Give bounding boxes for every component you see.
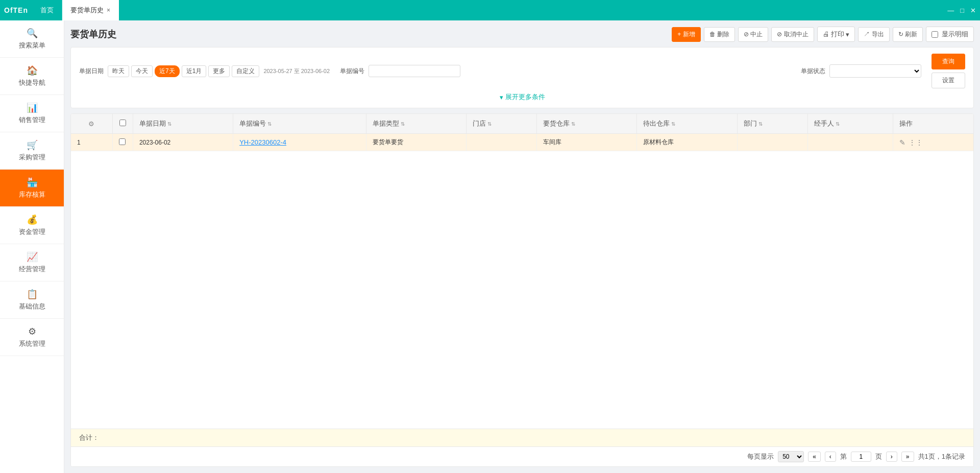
maximize-icon[interactable]: □ — [960, 7, 964, 14]
next-page-button[interactable]: › — [886, 452, 897, 462]
table-container: ⚙ 单据日期 ⇅ 单据编号 — [70, 113, 974, 467]
first-page-button[interactable]: « — [808, 452, 821, 462]
close-icon[interactable]: ✕ — [970, 7, 976, 14]
sidebar-item-finance[interactable]: 💰 资金管理 — [0, 207, 64, 244]
row-number[interactable]: YH-20230602-4 — [233, 134, 366, 151]
add-button[interactable]: + 新增 — [672, 27, 700, 42]
sort-number-icon: ⇅ — [267, 121, 272, 127]
date-btn-yesterday[interactable]: 昨天 — [108, 65, 129, 77]
main-layout: 🔍 搜索菜单 🏠 快捷导航 📊 销售管理 🛒 采购管理 🏪 库存核算 💰 资金管… — [0, 20, 980, 473]
total-info: 共1页，1条记录 — [918, 452, 965, 461]
minimize-icon[interactable]: — — [947, 7, 954, 14]
refresh-button[interactable]: ↻ 刷新 — [893, 27, 923, 42]
print-dropdown-icon[interactable]: ▾ — [846, 31, 849, 38]
sidebar-item-search-menu[interactable]: 🔍 搜索菜单 — [0, 20, 64, 58]
more-action-icon[interactable]: ⋮⋮ — [909, 138, 923, 147]
sidebar-item-sales[interactable]: 📊 销售管理 — [0, 95, 64, 132]
table-header-row: ⚙ 单据日期 ⇅ 单据编号 — [71, 114, 973, 134]
cancel-stop-button[interactable]: ⊘ 取消中止 — [771, 27, 814, 42]
th-handler[interactable]: 经手人 ⇅ — [807, 114, 893, 134]
bill-number-input[interactable] — [369, 65, 460, 77]
display-detail-label: 显示明细 — [942, 30, 968, 39]
export-button[interactable]: ↗ 导出 — [858, 27, 889, 42]
date-buttons: 昨天 今天 近7天 近1月 更多 自定义 — [108, 65, 259, 77]
th-date-label: 单据日期 — [139, 119, 166, 128]
sidebar-item-basic-info[interactable]: 📋 基础信息 — [0, 281, 64, 319]
th-handler-label: 经手人 — [814, 119, 834, 128]
date-filter-label: 单据日期 — [79, 67, 104, 76]
th-req-warehouse[interactable]: 要货仓库 ⇅ — [537, 114, 637, 134]
row-store — [466, 134, 536, 151]
tab-requisition-label: 要货单历史 — [70, 6, 104, 15]
th-type[interactable]: 单据类型 ⇅ — [366, 114, 466, 134]
table-row: 1 2023-06-02 YH-20230602-4 要货单要货 车间库 原材料… — [71, 134, 973, 151]
last-page-button[interactable]: » — [901, 452, 914, 462]
logo: OfTEn — [4, 6, 28, 14]
date-btn-7days[interactable]: 近7天 — [155, 65, 180, 77]
display-detail-checkbox[interactable] — [932, 31, 938, 38]
column-settings-icon[interactable]: ⚙ — [88, 120, 94, 128]
row-number-link[interactable]: YH-20230602-4 — [239, 138, 286, 146]
date-btn-1month[interactable]: 近1月 — [182, 65, 207, 77]
content-area: 要货单历史 + 新增 🗑 删除 ⊘ 中止 ⊘ 取消中止 🖨 打印 ▾ ↗ 导出 … — [64, 20, 980, 473]
date-btn-more[interactable]: 更多 — [208, 65, 230, 77]
th-date[interactable]: 单据日期 ⇅ — [133, 114, 233, 134]
expand-chevron-icon: ▾ — [500, 93, 503, 101]
finance-icon: 💰 — [27, 214, 38, 225]
tab-requisition-history[interactable]: 要货单历史 × — [62, 0, 119, 20]
tab-close-icon[interactable]: × — [107, 7, 110, 14]
date-btn-today[interactable]: 今天 — [131, 65, 153, 77]
query-button[interactable]: 查询 — [932, 54, 965, 69]
date-btn-custom[interactable]: 自定义 — [232, 65, 259, 77]
row-index: 1 — [71, 134, 112, 151]
th-operations-label: 操作 — [899, 120, 913, 127]
sort-department-icon: ⇅ — [758, 121, 763, 127]
sort-type-icon: ⇅ — [401, 121, 405, 127]
sidebar-item-purchase-label: 采购管理 — [19, 153, 45, 162]
edit-action-icon[interactable]: ✎ — [899, 138, 905, 147]
settings-button[interactable]: 设置 — [932, 73, 965, 88]
th-department[interactable]: 部门 ⇅ — [737, 114, 807, 134]
row-date: 2023-06-02 — [133, 134, 233, 151]
print-button[interactable]: 🖨 打印 ▾ — [817, 27, 855, 42]
quick-nav-icon: 🏠 — [27, 65, 38, 76]
top-bar: OfTEn 首页 要货单历史 × — □ ✕ — [0, 0, 980, 20]
th-store[interactable]: 门店 ⇅ — [466, 114, 536, 134]
sidebar-item-quick-nav[interactable]: 🏠 快捷导航 — [0, 58, 64, 95]
display-detail-button[interactable]: 显示明细 — [926, 27, 974, 42]
sidebar-item-finance-label: 资金管理 — [19, 227, 45, 236]
status-select[interactable] — [829, 64, 921, 78]
page-input[interactable] — [851, 452, 871, 462]
tab-home[interactable]: 首页 — [32, 0, 62, 20]
th-settings[interactable]: ⚙ — [71, 114, 112, 134]
filter-area: 单据日期 昨天 今天 近7天 近1月 更多 自定义 2023-05-27 至 2… — [70, 47, 974, 108]
per-page-select[interactable]: 50 10 20 100 — [778, 451, 804, 462]
filter-row-1: 单据日期 昨天 今天 近7天 近1月 更多 自定义 2023-05-27 至 2… — [79, 54, 965, 88]
filter-action-buttons: 查询 设置 — [932, 54, 965, 88]
sort-req-warehouse-icon: ⇅ — [571, 121, 575, 127]
expand-more-btn[interactable]: ▾ 展开更多条件 — [79, 92, 965, 102]
th-operations: 操作 — [893, 114, 973, 134]
th-pending-warehouse[interactable]: 待出仓库 ⇅ — [637, 114, 737, 134]
sidebar-item-basic-info-label: 基础信息 — [19, 302, 45, 311]
prev-page-button[interactable]: ‹ — [825, 452, 836, 462]
sidebar-item-operations[interactable]: 📈 经营管理 — [0, 244, 64, 281]
row-req-warehouse: 车间库 — [537, 134, 637, 151]
action-icons: ✎ ⋮⋮ — [899, 138, 967, 147]
th-checkbox — [112, 114, 133, 134]
summary-bar: 合计： — [71, 429, 973, 446]
sort-store-icon: ⇅ — [487, 121, 492, 127]
row-select-checkbox[interactable] — [119, 138, 126, 145]
sidebar: 🔍 搜索菜单 🏠 快捷导航 📊 销售管理 🛒 采购管理 🏪 库存核算 💰 资金管… — [0, 20, 64, 473]
sales-icon: 📊 — [27, 102, 38, 113]
toolbar: + 新增 🗑 删除 ⊘ 中止 ⊘ 取消中止 🖨 打印 ▾ ↗ 导出 ↻ 刷新 显… — [672, 27, 974, 42]
sidebar-item-purchase[interactable]: 🛒 采购管理 — [0, 132, 64, 170]
delete-button[interactable]: 🗑 删除 — [704, 27, 735, 42]
sidebar-item-inventory[interactable]: 🏪 库存核算 — [0, 170, 64, 207]
stop-button[interactable]: ⊘ 中止 — [738, 27, 768, 42]
th-number[interactable]: 单据编号 ⇅ — [233, 114, 366, 134]
sidebar-item-system[interactable]: ⚙ 系统管理 — [0, 319, 64, 356]
select-all-checkbox[interactable] — [119, 120, 126, 126]
row-checkbox — [112, 134, 133, 151]
th-type-label: 单据类型 — [373, 119, 399, 128]
